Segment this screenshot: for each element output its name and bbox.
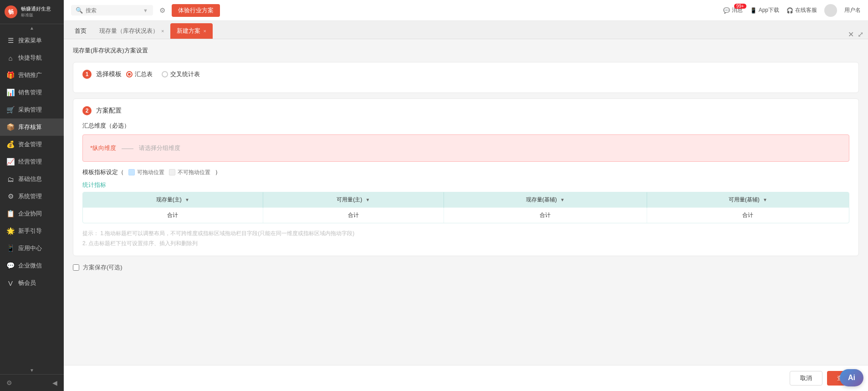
search-chevron-icon: ▼ (143, 8, 148, 13)
chart-icon: 📊 (6, 88, 15, 97)
dimension-dash: —— (122, 145, 133, 152)
star-icon: 🌟 (6, 227, 15, 235)
sidebar-scroll-up[interactable]: ▲ (0, 24, 64, 32)
sidebar-item-member[interactable]: V 畅会员 (0, 274, 64, 292)
username-label[interactable]: 用户名 (844, 6, 861, 14)
sidebar-item-finance[interactable]: 💰 资金管理 (0, 136, 64, 153)
ai-float-button[interactable]: Ai (840, 369, 863, 386)
draggable-legend-label: 可拖动位置 (137, 169, 164, 176)
save-checkbox[interactable] (73, 264, 79, 271)
sidebar-item-enterprise[interactable]: 📋 企业协同 (0, 205, 64, 222)
wechat-icon: 💬 (6, 262, 15, 270)
col-header-1[interactable]: 可用量(主) ▼ (263, 192, 444, 208)
ai-float-label: Ai (848, 374, 855, 382)
col-header-2[interactable]: 现存量(基辅) ▼ (444, 192, 647, 208)
col-chevron-1[interactable]: ▼ (366, 197, 370, 202)
save-label: 方案保存(可选) (83, 263, 123, 272)
box-icon: 📦 (6, 123, 15, 131)
sidebar-item-purchase[interactable]: 🛒 采购管理 (0, 101, 64, 118)
col-label-2: 现存量(基辅) (526, 196, 557, 203)
draggable-legend-box (128, 169, 135, 175)
tab-inventory-label: 现存量（库存状况表） (99, 27, 158, 35)
search-input[interactable] (86, 7, 140, 14)
sidebar-item-marketing[interactable]: 🎁 营销推广 (0, 67, 64, 84)
cell-0-2: 合计 (444, 208, 647, 223)
money-icon: 💰 (6, 140, 15, 149)
sidebar-item-inventory[interactable]: 📦 库存核算 (0, 118, 64, 136)
radio-cross[interactable]: 交叉统计表 (162, 70, 200, 78)
tab-inventory-close-icon[interactable]: × (161, 28, 164, 34)
tab-new-plan[interactable]: 新建方案 × (170, 23, 212, 39)
step2-header: 2 方案配置 (82, 106, 849, 115)
step1-title: 选择模板 (96, 70, 122, 78)
tab-home-label: 首页 (75, 27, 87, 35)
step1-header: 1 选择模板 汇总表 交叉统计表 (82, 70, 849, 79)
topbar: 🔍 ▼ ⚙ 体验行业方案 💬 消息 99+ 📱 App下载 🎧 在线客服 用户名 (64, 0, 868, 21)
tab-home[interactable]: 首页 (68, 23, 93, 39)
legend-draggable: 可拖动位置 (128, 169, 164, 176)
message-icon: 💬 (723, 7, 730, 14)
sidebar-item-base-info[interactable]: 🗂 基础信息 (0, 170, 64, 188)
sidebar-item-new-guide[interactable]: 🌟 新手引导 (0, 222, 64, 240)
search-icon: 🔍 (76, 7, 83, 14)
legend-not-draggable: 不可拖动位置 (169, 169, 210, 176)
tab-inventory-status[interactable]: 现存量（库存状况表） × (93, 23, 170, 39)
settings-bottom-icon[interactable]: ⚙ (6, 379, 12, 386)
message-button[interactable]: 💬 消息 99+ (723, 6, 743, 14)
collapse-icon[interactable]: ◀ (52, 379, 57, 386)
clipboard-icon: 📋 (6, 210, 15, 218)
close-window-icon[interactable]: ✕ (848, 30, 854, 39)
home-icon: ⌂ (6, 54, 15, 62)
not-draggable-legend-label: 不可拖动位置 (178, 169, 210, 176)
cart-icon: 🛒 (6, 106, 15, 114)
col-chevron-2[interactable]: ▼ (560, 197, 565, 202)
sidebar-item-quick-nav[interactable]: ⌂ 快捷导航 (0, 49, 64, 67)
step2-title: 方案配置 (96, 107, 122, 115)
tip-2: 2. 点击标题栏下拉可设置排序、插入列和删除列 (82, 239, 849, 249)
page-title: 现存量(库存状况表)方案设置 (73, 46, 859, 55)
app-name: 畅赚通好生意 (21, 5, 51, 12)
trend-icon: 📈 (6, 158, 15, 166)
sidebar-item-search-menu[interactable]: ☰ 搜索菜单 (0, 32, 64, 49)
service-label: 在线客服 (795, 6, 817, 14)
app-version: 标准版 (21, 12, 51, 18)
table-row: 合计 合计 合计 合计 (83, 208, 849, 223)
search-box[interactable]: 🔍 ▼ (71, 5, 153, 15)
settings-icon[interactable]: ⚙ (159, 6, 165, 15)
col-header-0[interactable]: 现存量(主) ▼ (83, 192, 263, 208)
col-header-3[interactable]: 可用量(基辅) ▼ (647, 192, 849, 208)
sidebar-item-system[interactable]: ⚙ 系统管理 (0, 188, 64, 205)
step1-card: 1 选择模板 汇总表 交叉统计表 (73, 62, 859, 93)
search-menu-icon: ☰ (6, 36, 15, 45)
radio-summary-dot (126, 71, 133, 77)
col-chevron-3[interactable]: ▼ (763, 197, 767, 202)
cell-0-1: 合计 (263, 208, 444, 223)
online-service-button[interactable]: 🎧 在线客服 (786, 6, 817, 14)
step2-card: 2 方案配置 汇总维度（必选） *纵向维度 —— 请选择分组维度 模板指标设定（… (73, 98, 859, 256)
col-chevron-0[interactable]: ▼ (185, 197, 189, 202)
cancel-button[interactable]: 取消 (790, 371, 822, 386)
radio-summary[interactable]: 汇总表 (126, 70, 153, 78)
step2-num: 2 (82, 106, 92, 115)
cell-0-0: 合计 (83, 208, 263, 223)
indicator-setting-suffix: ） (215, 168, 221, 176)
indicator-setting-label: 模板指标设定（ (82, 168, 124, 176)
indicator-table: 现存量(主) ▼ 可用量(主) ▼ 现存量(基辅) ▼ (82, 192, 849, 223)
tab-new-plan-label: 新建方案 (177, 27, 200, 35)
app-download-button[interactable]: 📱 App下载 (750, 6, 779, 14)
tab-new-plan-close-icon[interactable]: × (203, 28, 206, 34)
folder-icon: 🗂 (6, 175, 15, 183)
gear-icon: ⚙ (6, 192, 15, 201)
gift-icon: 🎁 (6, 71, 15, 79)
avatar[interactable] (824, 4, 837, 17)
radio-summary-label: 汇总表 (135, 70, 153, 78)
dimension-area[interactable]: *纵向维度 —— 请选择分组维度 (82, 134, 849, 162)
sidebar-item-app-center[interactable]: 📱 应用中心 (0, 240, 64, 257)
sidebar-item-wechat[interactable]: 💬 企业微信 (0, 257, 64, 274)
dimension-placeholder: 请选择分组维度 (139, 144, 180, 152)
sidebar-item-sales[interactable]: 📊 销售管理 (0, 84, 64, 101)
sidebar-scroll-down[interactable]: ▼ (0, 366, 64, 374)
sidebar-item-operations[interactable]: 📈 经营管理 (0, 153, 64, 170)
trial-button[interactable]: 体验行业方案 (172, 4, 220, 17)
expand-window-icon[interactable]: ⤢ (858, 30, 863, 39)
